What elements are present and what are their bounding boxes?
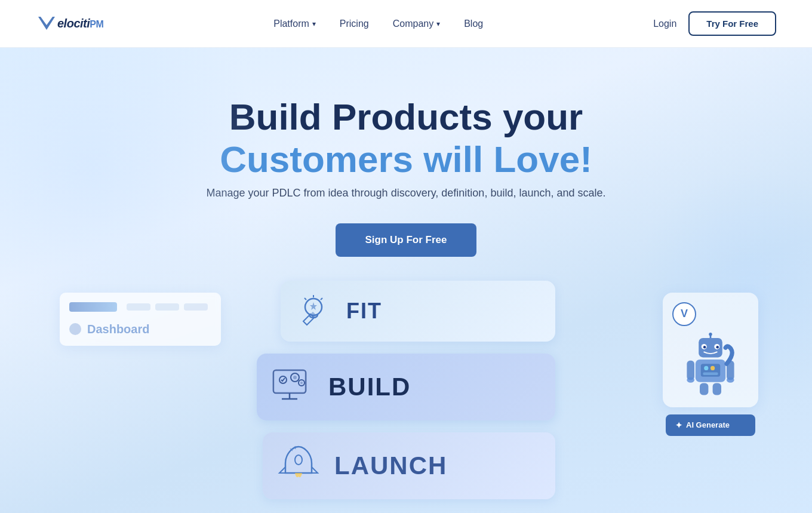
nav-blog[interactable]: Blog [464, 19, 483, 29]
nav-links: Platform ▾ Pricing Company ▾ Blog [273, 19, 483, 29]
try-for-free-button[interactable]: Try For Free [688, 11, 776, 36]
sparkle-icon: ✦ [675, 420, 682, 430]
svg-point-19 [709, 333, 712, 336]
sign-up-button[interactable]: Sign Up For Free [336, 223, 477, 257]
ai-generate-button[interactable]: ✦ AI Generate [666, 414, 755, 436]
nav-right: Login Try For Free [653, 11, 776, 36]
logo[interactable]: elocitiPM [36, 13, 103, 35]
hero-title: Build Products your Customers will Love! [220, 96, 592, 181]
svg-point-22 [703, 346, 706, 349]
dashboard-panel: Dashboard [60, 293, 221, 346]
svg-point-13 [300, 382, 303, 384]
panel-pill-3 [184, 303, 208, 311]
svg-point-27 [710, 365, 715, 370]
hero-section: Build Products your Customers will Love!… [0, 48, 812, 513]
launch-icon [275, 442, 322, 490]
fit-label: FIT [346, 299, 382, 324]
company-chevron-icon: ▾ [436, 20, 440, 28]
svg-rect-6 [273, 370, 306, 393]
hero-subtitle: Manage your PDLC from idea through disco… [206, 187, 605, 199]
svg-line-3 [321, 298, 322, 300]
svg-line-2 [304, 298, 306, 300]
svg-point-31 [687, 377, 694, 382]
launch-card: LAUNCH [263, 432, 555, 499]
fit-icon [293, 290, 334, 332]
svg-line-16 [295, 446, 296, 449]
build-icon [269, 363, 316, 411]
robot-icon [684, 332, 737, 398]
center-cards: FIT [257, 281, 555, 499]
svg-point-32 [727, 377, 734, 382]
ai-robot-container: V [663, 293, 758, 407]
nav-platform[interactable]: Platform ▾ [273, 19, 316, 29]
build-label: BUILD [328, 373, 411, 401]
panel-pill-2 [155, 303, 179, 311]
svg-marker-4 [310, 302, 317, 310]
illustration-area: Dashboard [0, 293, 812, 513]
nav-company[interactable]: Company ▾ [393, 19, 440, 29]
svg-rect-28 [703, 372, 718, 375]
navbar: elocitiPM Platform ▾ Pricing Company ▾ B… [0, 0, 812, 48]
logo-text: elocitiPM [57, 17, 103, 30]
ai-panel: V [657, 293, 764, 436]
logo-icon [36, 13, 57, 35]
login-button[interactable]: Login [653, 19, 676, 29]
dashboard-dot-icon [69, 323, 81, 335]
dashboard-label: Dashboard [69, 322, 211, 336]
svg-point-23 [716, 346, 719, 349]
svg-point-26 [704, 365, 708, 370]
mini-logo [69, 302, 117, 312]
svg-rect-34 [713, 383, 721, 395]
launch-label: LAUNCH [334, 451, 447, 480]
panel-header [69, 302, 211, 312]
panel-pill-1 [127, 303, 150, 311]
v-badge: V [672, 302, 696, 326]
svg-point-11 [293, 376, 297, 379]
svg-rect-29 [687, 360, 694, 379]
nav-pricing[interactable]: Pricing [340, 19, 369, 29]
build-card: BUILD [257, 354, 555, 420]
fit-card: FIT [281, 281, 555, 342]
svg-rect-33 [700, 383, 708, 395]
platform-chevron-icon: ▾ [312, 20, 316, 28]
panel-nav [127, 303, 208, 311]
